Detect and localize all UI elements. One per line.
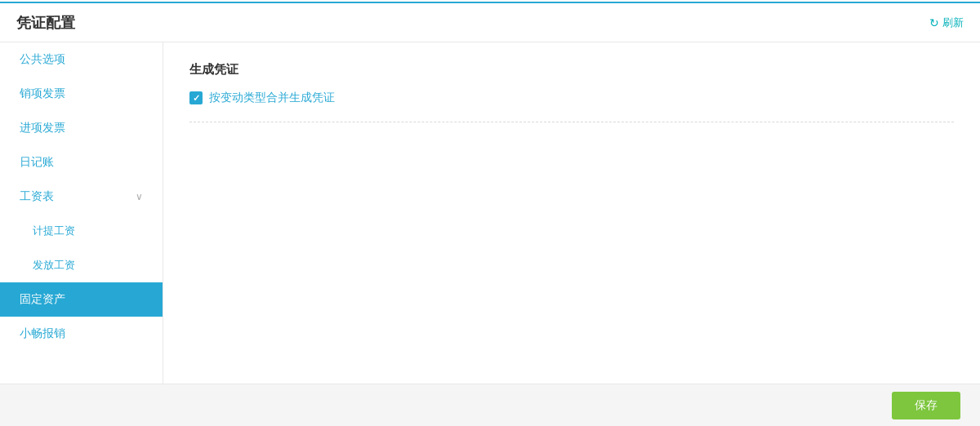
sidebar-item-fixed-assets[interactable]: 固定资产 [0,282,163,317]
main-layout: 公共选项销项发票进项发票日记账工资表∨计提工资发放工资固定资产小畅报销 生成凭证… [0,42,980,384]
sidebar-item-payroll-accrue[interactable]: 计提工资 [0,214,163,248]
sidebar: 公共选项销项发票进项发票日记账工资表∨计提工资发放工资固定资产小畅报销 [0,42,163,384]
divider [189,122,954,122]
sidebar-item-payroll-table[interactable]: 工资表∨ [0,180,163,214]
save-button[interactable]: 保存 [892,392,960,419]
page-header: 凭证配置 ↻ 刷新 [0,3,980,42]
sidebar-item-label: 工资表 [20,189,54,204]
content-area: 生成凭证 按变动类型合并生成凭证 [163,42,980,384]
sidebar-item-purchase-invoice[interactable]: 进项发票 [0,111,163,145]
sidebar-item-label: 发放工资 [33,258,75,273]
page-title: 凭证配置 [16,13,75,33]
merge-checkbox-label[interactable]: 按变动类型合并生成凭证 [209,91,335,105]
refresh-icon: ↻ [929,16,939,29]
section-title: 生成凭证 [189,62,954,78]
checkbox-row: 按变动类型合并生成凭证 [189,91,954,105]
refresh-button[interactable]: ↻ 刷新 [929,16,964,30]
sidebar-item-label: 计提工资 [33,224,75,238]
sidebar-item-label: 销项发票 [20,87,65,101]
sidebar-item-label: 小畅报销 [20,326,65,341]
chevron-down-icon: ∨ [136,191,143,202]
sidebar-item-label: 固定资产 [20,292,65,307]
sidebar-item-sales-invoice[interactable]: 销项发票 [0,77,163,111]
sidebar-item-label: 进项发票 [20,121,65,135]
sidebar-item-payroll-issue[interactable]: 发放工资 [0,248,163,282]
sidebar-item-label: 日记账 [20,155,54,170]
refresh-label: 刷新 [942,16,964,30]
sidebar-item-public-options[interactable]: 公共选项 [0,42,163,77]
footer: 保存 [0,384,980,426]
sidebar-item-journal[interactable]: 日记账 [0,145,163,180]
sidebar-item-expense-report[interactable]: 小畅报销 [0,317,163,351]
sidebar-item-label: 公共选项 [20,52,65,67]
merge-checkbox[interactable] [189,91,203,104]
